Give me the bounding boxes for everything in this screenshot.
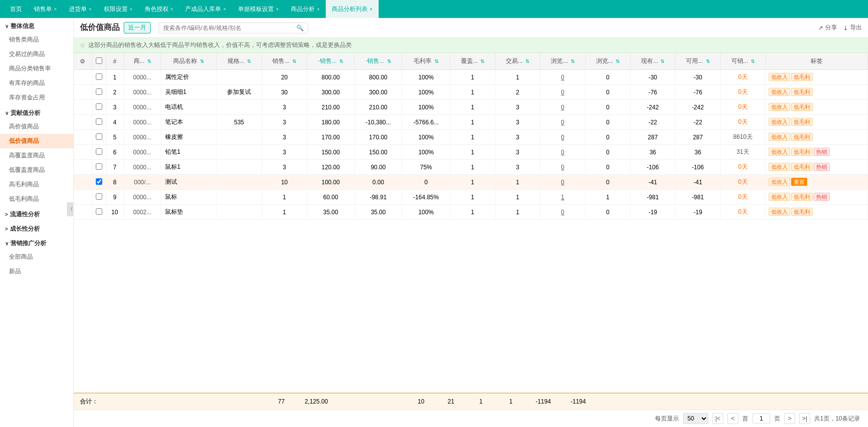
next-page-btn[interactable]: > (784, 413, 795, 424)
td-spec: 参加复试 (217, 85, 262, 100)
td-checkbox[interactable] (92, 130, 106, 145)
td-margin: 100% (402, 145, 450, 160)
search-icon[interactable]: 🔍 (296, 24, 304, 31)
nav-close-purchase[interactable]: × (89, 6, 92, 12)
nav-sales-order[interactable]: 销售单 × (28, 0, 63, 18)
sidebar-item-high-margin[interactable]: 高毛利商品 (0, 177, 73, 192)
td-browse1[interactable]: 0 (540, 85, 585, 100)
share-button[interactable]: ↗ 分享 (818, 23, 837, 32)
nav-close-product[interactable]: × (223, 6, 226, 12)
th-gear[interactable]: ⚙ (74, 53, 92, 70)
prev-page-btn[interactable]: < (727, 413, 738, 424)
nav-template-settings[interactable]: 单据模板设置 × (232, 0, 285, 18)
sidebar-item-stock-capital[interactable]: 库存资金占用 (0, 90, 73, 105)
td-browse1[interactable]: 0 (540, 175, 585, 190)
td-checkbox[interactable] (92, 175, 106, 190)
td-stock1: -19 (630, 205, 675, 220)
sidebar-group-flow[interactable]: > 流通性分析 (0, 206, 73, 221)
td-browse1[interactable]: 0 (540, 145, 585, 160)
select-all-checkbox[interactable] (96, 57, 102, 64)
sidebar-item-low-coverage[interactable]: 低覆盖度商品 (0, 163, 73, 177)
th-checkbox[interactable] (92, 53, 106, 70)
th-stock1[interactable]: 现有... ⇅ (630, 53, 675, 70)
search-input[interactable] (163, 24, 296, 31)
td-checkbox[interactable] (92, 85, 106, 100)
nav-home[interactable]: 首页 (4, 0, 28, 18)
td-browse1[interactable]: 0 (540, 160, 585, 175)
td-checkbox[interactable] (92, 190, 106, 205)
td-checkbox[interactable] (92, 115, 106, 130)
th-tags: 标签 (765, 53, 868, 70)
last-page-btn[interactable]: >| (799, 413, 810, 424)
current-page-input[interactable] (752, 414, 770, 424)
export-icon: ⤓ (843, 24, 848, 31)
th-trade[interactable]: 交易... ⇅ (495, 53, 540, 70)
footer-s1: 77 (266, 398, 296, 405)
th-s2[interactable]: ·销售... ⇅ (307, 53, 354, 70)
td-name: 鼠标 (161, 190, 216, 205)
td-browse1[interactable]: 0 (540, 115, 585, 130)
sidebar-item-high-value[interactable]: 高价值商品 (0, 119, 73, 134)
time-filter-btn[interactable]: 近一月 (124, 22, 151, 33)
th-browse2[interactable]: 浏览... ⇅ (585, 53, 630, 70)
td-checkbox[interactable] (92, 205, 106, 220)
td-gear (74, 145, 92, 160)
nav-permissions[interactable]: 权限设置 × (98, 0, 139, 18)
sidebar-group-overall[interactable]: ∨ 整体信息 (0, 18, 73, 32)
nav-close-analysis[interactable]: × (317, 6, 320, 12)
td-checkbox[interactable] (92, 70, 106, 85)
nav-close-role[interactable]: × (171, 6, 174, 12)
per-page-select[interactable]: 50 100 200 (683, 413, 708, 424)
sidebar-item-sales-products[interactable]: 销售类商品 (0, 32, 73, 47)
td-tags: 低收入低毛利 (765, 85, 868, 100)
td-browse1[interactable]: 1 (540, 190, 585, 205)
sidebar-item-low-margin[interactable]: 低毛利商品 (0, 192, 73, 206)
nav-role-auth[interactable]: 角色授权 × (139, 0, 180, 18)
th-s3[interactable]: ·销售... ⇅ (355, 53, 402, 70)
td-checkbox[interactable] (92, 100, 106, 115)
th-stock2[interactable]: 可用... ⇅ (675, 53, 720, 70)
th-cover[interactable]: 覆盖... ⇅ (450, 53, 495, 70)
nav-product-stock[interactable]: 产成品入库单 × (179, 0, 232, 18)
nav-close-permissions[interactable]: × (130, 6, 133, 12)
td-checkbox[interactable] (92, 160, 106, 175)
sidebar-collapse-btn[interactable]: 《 (67, 202, 74, 216)
th-code[interactable]: 商... ⇅ (124, 53, 161, 70)
sidebar-group-marketing[interactable]: ∨ 营销推广分析 (0, 235, 73, 250)
td-stock2: -22 (675, 115, 720, 130)
td-trade: 3 (495, 100, 540, 115)
sidebar-item-high-coverage[interactable]: 高覆盖度商品 (0, 148, 73, 163)
sidebar-item-traded-products[interactable]: 交易过的商品 (0, 47, 73, 61)
th-spec[interactable]: 规格... ⇅ (217, 53, 262, 70)
sidebar-item-new-products[interactable]: 新品 (0, 264, 73, 279)
th-s1[interactable]: 销售... ⇅ (262, 53, 307, 70)
nav-close-template[interactable]: × (276, 6, 279, 12)
sort-icon-stock1: ⇅ (660, 58, 664, 64)
nav-product-analysis-list[interactable]: 商品分析列表 × (326, 0, 379, 18)
export-button[interactable]: ⤓ 导出 (843, 23, 862, 32)
td-num: 1 (106, 70, 124, 85)
td-stock1: -106 (630, 160, 675, 175)
th-browse1[interactable]: 浏览... ⇅ (540, 53, 585, 70)
sidebar-item-in-stock[interactable]: 有库存的商品 (0, 76, 73, 90)
th-name[interactable]: 商品名称 ⇅ (161, 53, 216, 70)
nav-close-analysis-list[interactable]: × (370, 6, 373, 12)
sidebar-item-category-sales-rate[interactable]: 商品分类销售率 (0, 61, 73, 76)
sidebar-group-contribution[interactable]: ∨ 贡献值分析 (0, 105, 73, 119)
td-stock1: -242 (630, 100, 675, 115)
td-browse2: 0 (585, 115, 630, 130)
th-margin[interactable]: 毛利率 ⇅ (402, 53, 450, 70)
sidebar-group-growth[interactable]: > 成长性分析 (0, 221, 73, 235)
sidebar-item-low-value[interactable]: 低价值商品 (0, 134, 73, 148)
td-checkbox[interactable] (92, 145, 106, 160)
td-browse1[interactable]: 0 (540, 70, 585, 85)
first-page-btn[interactable]: |< (712, 413, 723, 424)
th-saleable[interactable]: 可销... ⇅ (720, 53, 765, 70)
td-browse1[interactable]: 0 (540, 100, 585, 115)
nav-product-analysis[interactable]: 商品分析 × (285, 0, 326, 18)
td-browse1[interactable]: 0 (540, 130, 585, 145)
nav-close-sales[interactable]: × (54, 6, 57, 12)
sidebar-item-all-products[interactable]: 全部商品 (0, 250, 73, 264)
td-browse1[interactable]: 0 (540, 205, 585, 220)
nav-purchase-order[interactable]: 进货单 × (63, 0, 98, 18)
